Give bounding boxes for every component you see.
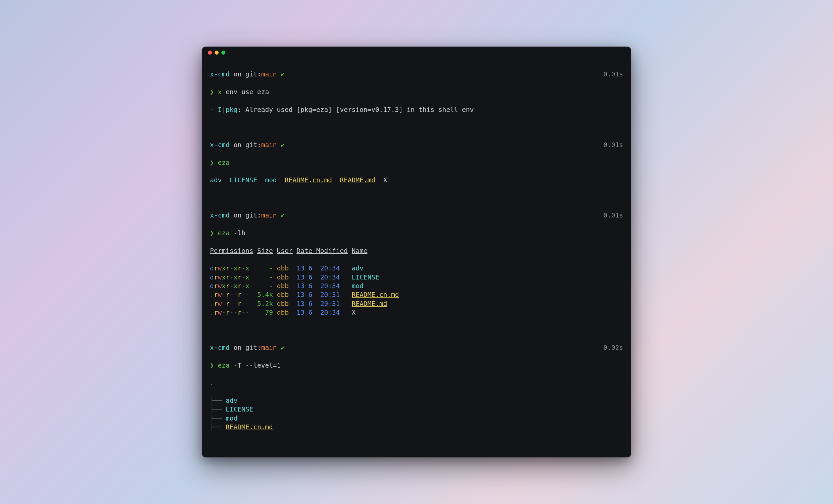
maximize-icon[interactable] [221,51,225,55]
command-line: ❯ eza -T --level=1 [210,361,623,370]
command-line: ❯ x env use eza [210,88,623,97]
tree-item: ├── adv [210,397,623,405]
tree-item: ├── README.cn.md [210,423,623,432]
tree-item: ├── mod [210,414,623,423]
terminal-window: x-cmd on git:main ✔0.01s ❯ x env use eza… [202,47,631,457]
window-titlebar [202,47,631,59]
prompt-line: x-cmd on git:main ✔ [210,211,603,220]
timing: 0.01s [603,141,623,149]
tree-item: ├── LICENSE [210,405,623,414]
table-header: Permissions Size User Date Modified Name [210,247,623,255]
minimize-icon[interactable] [215,51,219,55]
tree-root: . [210,379,623,387]
eza-output: adv LICENSE mod README.cn.md README.md X [210,176,623,185]
prompt-line: x-cmd on git:main ✔ [210,344,603,352]
table-row: .rw-r--r-- 79 qbb 13 6 20:34 X [210,308,623,317]
table-row: drwxr-xr-x - qbb 13 6 20:34 mod [210,282,623,291]
command-line: ❯ eza -lh [210,229,623,237]
table-row: drwxr-xr-x - qbb 13 6 20:34 LICENSE [210,273,623,282]
table-row: .rw-r--r-- 5.4k qbb 13 6 20:31 README.cn… [210,291,623,299]
timing: 0.01s [603,211,623,220]
table-row: .rw-r--r-- 5.2k qbb 13 6 20:31 README.md [210,300,623,308]
timing: 0.01s [603,70,623,79]
output-line: - I|pkg: Already used [pkg=eza] [version… [210,105,623,114]
prompt-line: x-cmd on git:main ✔ [210,70,603,79]
terminal-output[interactable]: x-cmd on git:main ✔0.01s ❯ x env use eza… [202,59,631,457]
close-icon[interactable] [208,51,212,55]
table-row: drwxr-xr-x - qbb 13 6 20:34 adv [210,264,623,273]
prompt-line: x-cmd on git:main ✔ [210,141,603,149]
timing: 0.02s [603,344,623,352]
command-line: ❯ eza [210,158,623,167]
